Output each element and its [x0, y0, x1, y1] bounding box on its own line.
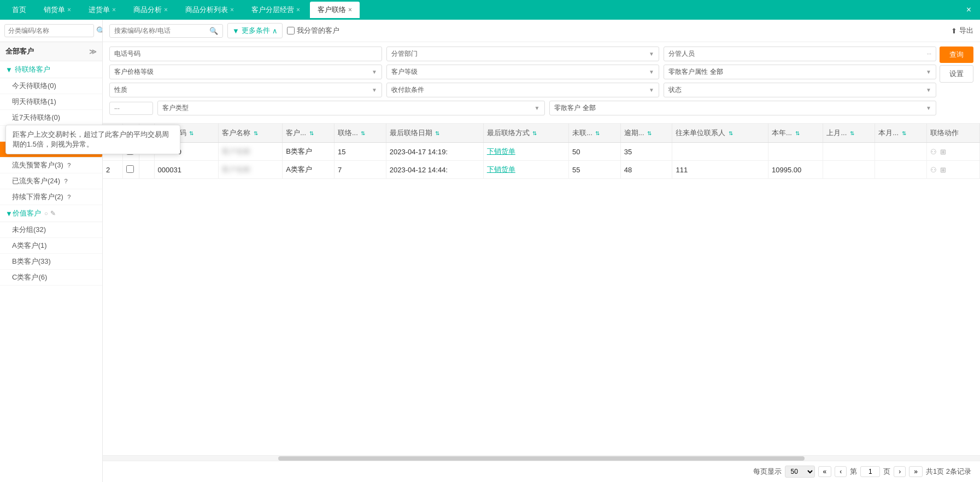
- filter-customer-type[interactable]: 客户类型 ▼: [157, 101, 545, 115]
- cell-this-month-2: [875, 161, 927, 179]
- grid-icon-2[interactable]: ⊞: [940, 166, 946, 174]
- sidebar-item-declining[interactable]: 持续下滑客户(2) ?: [0, 189, 102, 205]
- more-conditions-button[interactable]: ▼ 更多条件 ∧: [227, 23, 283, 38]
- sidebar-item-today[interactable]: 今天待联络(0): [0, 78, 102, 94]
- col-unit-contact[interactable]: 往来单位联系人 ⇅: [672, 124, 768, 143]
- filter-retail-attr[interactable]: 零散客户属性 全部 ▼: [664, 65, 936, 79]
- all-customers-header[interactable]: 全部客户 ≫: [0, 42, 102, 61]
- cell-last-contact-method-2[interactable]: 下销货单: [483, 161, 568, 179]
- nav-tab-customer-segment[interactable]: 客户分层经营 ×: [244, 2, 308, 18]
- col-customer-name[interactable]: 客户名称 ⇅: [218, 124, 282, 143]
- col-this-year-sort[interactable]: ⇅: [795, 130, 800, 136]
- col-last-contact-date-sort[interactable]: ⇅: [435, 130, 439, 136]
- nav-tab-customer-contact[interactable]: 客户联络 ×: [310, 2, 360, 18]
- col-customer-type[interactable]: 客户... ⇅: [283, 124, 335, 143]
- search-icon[interactable]: 🔍: [209, 27, 218, 35]
- link-icon-2[interactable]: ⚇: [930, 166, 937, 174]
- col-customer-code-sort[interactable]: ⇅: [189, 130, 193, 136]
- col-last-month-sort[interactable]: ⇅: [850, 130, 854, 136]
- query-button[interactable]: 查询: [940, 47, 973, 63]
- col-overdue-sort[interactable]: ⇅: [647, 130, 652, 136]
- nav-tab-sales[interactable]: 销货单 ×: [36, 2, 79, 18]
- filter-price-level[interactable]: 客户价格等级 ▼: [109, 65, 382, 79]
- nav-tab-purchase[interactable]: 进货单 ×: [81, 2, 124, 18]
- sidebar-search-icon[interactable]: 🔍: [96, 26, 103, 35]
- nav-tab-product-analysis[interactable]: 商品分析 ×: [126, 2, 175, 18]
- col-overdue[interactable]: 逾期... ⇅: [620, 124, 672, 143]
- export-button[interactable]: ⬆ 导出: [951, 26, 973, 36]
- sidebar-item-class-a[interactable]: A类客户(1): [0, 238, 102, 254]
- nav-tab-customer-contact-close[interactable]: ×: [348, 6, 352, 14]
- link-icon-1[interactable]: ⚇: [930, 148, 937, 156]
- col-this-month-sort[interactable]: ⇅: [902, 130, 906, 136]
- col-unread[interactable]: 未联... ⇅: [568, 124, 620, 143]
- nav-tab-sales-close[interactable]: ×: [67, 6, 71, 14]
- filter-status[interactable]: 状态 ▼: [664, 83, 936, 97]
- my-customers-checkbox-area[interactable]: 我分管的客户: [287, 26, 339, 36]
- sidebar-item-class-c[interactable]: C类客户(6): [0, 270, 102, 286]
- collapse-sidebar-icon[interactable]: ≫: [89, 48, 97, 56]
- scrollbar-thumb[interactable]: [278, 456, 805, 461]
- filter-more[interactable]: ···: [109, 102, 153, 115]
- sidebar-item-7days[interactable]: 近7天待联络(0): [0, 110, 102, 126]
- row-checkbox-2[interactable]: [126, 165, 134, 173]
- last-contact-method-link-1[interactable]: 下销货单: [487, 147, 515, 155]
- col-customer-name-sort[interactable]: ⇅: [254, 130, 258, 136]
- value-group-edit-icon[interactable]: ✎: [50, 210, 56, 217]
- last-page-button[interactable]: »: [909, 466, 923, 477]
- pending-group-header[interactable]: ▼ 待联络客户: [0, 61, 102, 78]
- prev-page-button[interactable]: ‹: [835, 466, 847, 477]
- nav-tab-home[interactable]: 首页: [4, 2, 34, 18]
- cell-last-contact-method-1[interactable]: 下销货单: [483, 143, 568, 161]
- nav-tab-product-list[interactable]: 商品分析列表 ×: [178, 2, 242, 18]
- next-page-button[interactable]: ›: [894, 466, 906, 477]
- per-page-select[interactable]: 50 100: [785, 466, 815, 478]
- col-this-year[interactable]: 本年... ⇅: [768, 124, 823, 143]
- search-input[interactable]: [114, 27, 207, 34]
- sidebar-item-churn-warning[interactable]: 流失预警客户(3) ?: [0, 158, 102, 173]
- filter-customer-level[interactable]: 客户等级 ▼: [386, 65, 659, 79]
- filter-retail-customer[interactable]: 零散客户 全部 ▼: [549, 101, 937, 115]
- cell-checkbox-2[interactable]: [122, 161, 139, 179]
- filter-department[interactable]: 分管部门 ▼: [386, 47, 659, 61]
- sidebar-item-class-b[interactable]: B类客户(33): [0, 254, 102, 270]
- filter-phone[interactable]: 电话号码: [109, 47, 382, 61]
- search-box[interactable]: 🔍: [109, 24, 223, 38]
- col-last-contact-date[interactable]: 最后联络日期 ⇅: [386, 124, 483, 143]
- horizontal-scrollbar[interactable]: [103, 455, 980, 461]
- col-unit-contact-sort[interactable]: ⇅: [729, 130, 733, 136]
- help-icon-churn-warning[interactable]: ?: [67, 162, 71, 169]
- sidebar-item-ungroup[interactable]: 未分组(32): [0, 222, 102, 238]
- col-this-month[interactable]: 本月... ⇅: [875, 124, 927, 143]
- value-group-refresh-icon[interactable]: ○: [44, 210, 48, 217]
- help-icon-declining[interactable]: ?: [67, 194, 71, 200]
- settings-button[interactable]: 设置: [940, 65, 973, 83]
- sidebar-search-input[interactable]: [4, 24, 94, 37]
- filter-manager[interactable]: 分管人员 ···: [664, 47, 936, 61]
- grid-icon-1[interactable]: ⊞: [940, 148, 946, 156]
- filter-nature[interactable]: 性质 ▼: [109, 83, 382, 97]
- col-unread-sort[interactable]: ⇅: [595, 130, 600, 136]
- sidebar-item-tomorrow[interactable]: 明天待联络(1): [0, 94, 102, 110]
- first-page-button[interactable]: «: [818, 466, 832, 477]
- my-customers-checkbox[interactable]: [287, 27, 295, 34]
- col-last-month[interactable]: 上月... ⇅: [823, 124, 875, 143]
- nav-tab-product-analysis-close[interactable]: ×: [164, 6, 168, 14]
- filter-manager-more[interactable]: ···: [927, 51, 931, 57]
- help-icon-churned[interactable]: ?: [64, 178, 67, 184]
- nav-tab-purchase-close[interactable]: ×: [112, 6, 116, 14]
- sidebar-item-churned[interactable]: 已流失客户(24) ?: [0, 173, 102, 189]
- cell-customer-name-1: 客户名称: [218, 143, 282, 161]
- filter-payment[interactable]: 收付款条件 ▼: [386, 83, 659, 97]
- close-all-button[interactable]: ×: [962, 3, 976, 17]
- last-contact-method-link-2[interactable]: 下销货单: [487, 165, 515, 173]
- col-last-contact-method[interactable]: 最后联络方式 ⇅: [483, 124, 568, 143]
- col-last-contact-method-sort[interactable]: ⇅: [532, 130, 537, 136]
- col-customer-type-sort[interactable]: ⇅: [309, 130, 314, 136]
- page-input[interactable]: [860, 466, 880, 477]
- col-contact-count-sort[interactable]: ⇅: [361, 130, 365, 136]
- col-contact-count[interactable]: 联络... ⇅: [335, 124, 386, 143]
- nav-tab-product-list-close[interactable]: ×: [230, 6, 234, 14]
- value-group-header[interactable]: ▼ 价值客户 ○ ✎: [0, 205, 102, 222]
- nav-tab-customer-segment-close[interactable]: ×: [296, 6, 300, 14]
